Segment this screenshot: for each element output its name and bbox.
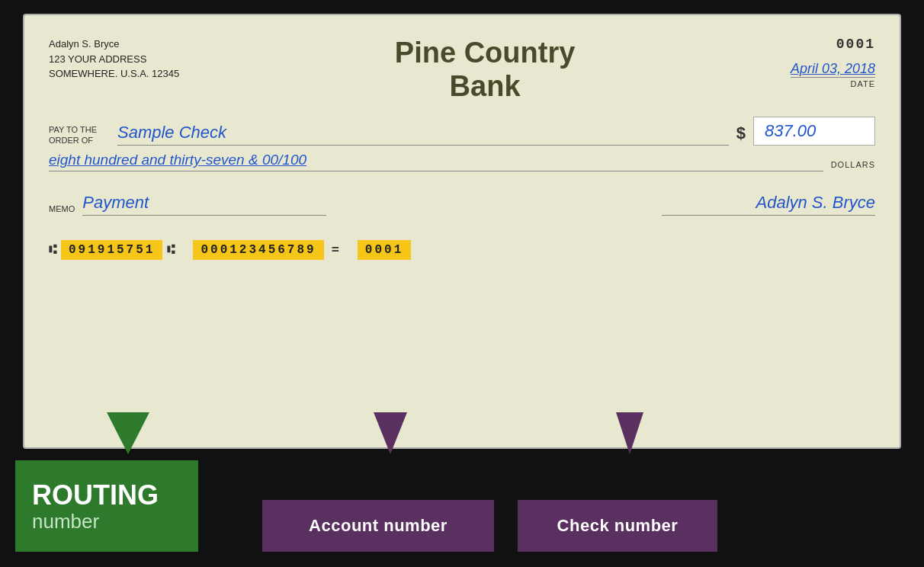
account-arrow [374,412,407,454]
micr-right-symbol: ⑆ [167,243,175,258]
memo-section: MEMO Payment [49,193,451,216]
memo-label: MEMO [49,204,75,216]
check: Adalyn S. Bryce 123 YOUR ADDRESS SOMEWHE… [23,14,901,449]
sender-info: Adalyn S. Bryce 123 YOUR ADDRESS SOMEWHE… [49,37,179,82]
memo-value: Payment [82,193,149,212]
pay-to-row: PAY TO THE ORDER OF Sample Check $ 837.0… [49,117,875,146]
account-label-text: Account number [309,516,448,536]
bank-name: Pine CountryBank [194,37,775,103]
check-header: Adalyn S. Bryce 123 YOUR ADDRESS SOMEWHE… [49,37,875,103]
check-number-arrow [616,412,643,454]
check-label-text: Check number [557,516,679,536]
micr-account-number: 000123456789 [193,240,323,260]
written-amount-row: eight hundred and thirty-seven & 00/100 … [49,152,875,171]
micr-equal-symbol: = [332,243,339,258]
signature-line: Adalyn S. Bryce [662,193,875,216]
date-value: April 03, 2018 [791,61,875,77]
routing-label: ROUTING number [15,460,198,552]
check-number-label: Check number [518,500,717,552]
dollars-label: DOLLARS [831,160,875,171]
routing-arrow [107,412,149,454]
micr-routing-number: 091915751 [61,240,162,260]
written-amount-line: eight hundred and thirty-seven & 00/100 [49,152,823,171]
sender-address1: 123 YOUR ADDRESS [49,52,179,67]
sender-address2: SOMEWHERE. U.S.A. 12345 [49,66,179,82]
date-section: April 03, 2018 DATE [791,61,875,88]
routing-label-bottom: number [32,511,198,533]
dollar-sign: $ [736,123,746,146]
signature-value: Adalyn S. Bryce [756,193,875,212]
payee-line: Sample Check [117,123,729,146]
memo-sig-row: MEMO Payment Adalyn S. Bryce [49,193,875,216]
micr-check-number: 0001 [358,240,411,260]
payee-name: Sample Check [117,123,226,142]
amount-box: 837.00 [753,117,875,146]
check-number-top: 0001 [791,37,875,52]
account-number-label: Account number [262,500,494,552]
routing-label-top: ROUTING [32,480,198,511]
micr-left-symbol: ⑆ [49,243,56,258]
amount-value: 837.00 [765,121,816,140]
sender-name: Adalyn S. Bryce [49,37,179,52]
micr-row: ⑆ 091915751 ⑆ 000123456789 = 0001 [49,240,875,260]
pay-to-label: PAY TO THE ORDER OF [49,124,110,146]
date-label: DATE [791,77,875,88]
memo-line: Payment [82,193,326,216]
written-amount-text: eight hundred and thirty-seven & 00/100 [49,152,306,168]
signature-section: Adalyn S. Bryce [473,193,875,216]
